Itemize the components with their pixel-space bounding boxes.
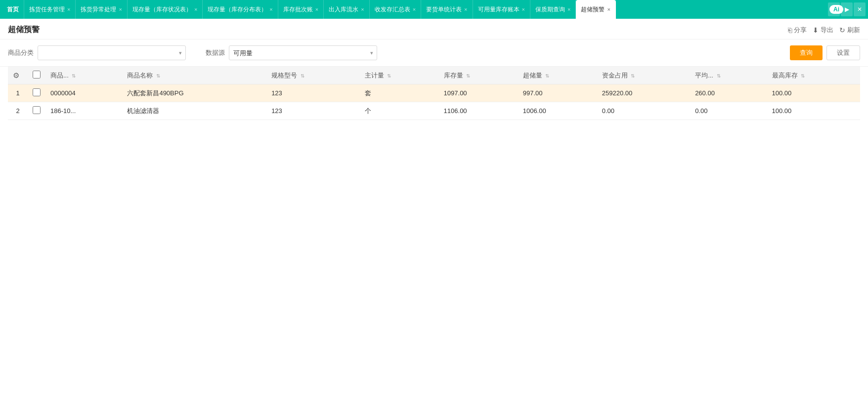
cell-capital-use: 0.00 <box>597 102 690 120</box>
tab-label: 现存量（库存状况表） <box>132 5 192 14</box>
cell-product-code: 0000004 <box>45 84 122 102</box>
ai-badge: Ai <box>829 5 843 14</box>
topbar-right: Ai <box>829 0 843 19</box>
nav-tab-collect-total[interactable]: 收发存汇总表 × <box>370 0 421 19</box>
tab-close-icon[interactable]: × <box>194 6 197 12</box>
refresh-button[interactable]: ↻ 刷新 <box>839 26 860 35</box>
row-checkbox-cell <box>28 84 45 102</box>
category-filter-label: 商品分类 <box>8 48 34 57</box>
cell-product-name: 机油滤清器 <box>122 102 266 120</box>
table-row: 2 186-10... 机油滤清器 123 个 1106.00 1006.00 … <box>8 102 860 120</box>
tab-label: 出入库流水 <box>329 5 358 14</box>
tab-close-icon[interactable]: × <box>413 6 416 12</box>
tab-close-icon[interactable]: × <box>607 6 610 12</box>
header-actions: ⎗ 分享 ⬇ 导出 ↻ 刷新 <box>788 26 860 35</box>
tab-label: 拣货任务管理 <box>29 5 65 14</box>
sort-icon: ⇅ <box>301 73 304 79</box>
tab-close-icon[interactable]: × <box>315 6 318 12</box>
tab-close-icon[interactable]: × <box>361 6 364 12</box>
share-label: 分享 <box>794 26 807 35</box>
filter-actions: 查询 设置 <box>790 45 860 60</box>
page-title: 超储预警 <box>8 25 40 35</box>
col-header-label: 商品名称 <box>127 72 153 79</box>
table-row: 1 0000004 六配套新昌490BPG 123 套 1097.00 997.… <box>8 84 860 102</box>
page-header: 超储预警 ⎗ 分享 ⬇ 导出 ↻ 刷新 <box>0 19 868 40</box>
sort-icon: ⇅ <box>466 73 470 79</box>
nav-tab-inventory-dist[interactable]: 现存量（库存分布表） × <box>203 0 278 19</box>
row-checkbox-cell <box>28 102 45 120</box>
sort-icon: ⇅ <box>801 73 805 79</box>
cell-overstock: 1006.00 <box>518 102 597 120</box>
cell-overstock: 997.00 <box>518 84 597 102</box>
query-button[interactable]: 查询 <box>790 45 823 60</box>
col-header-label: 主计量 <box>365 72 384 79</box>
cell-spec: 123 <box>266 84 359 102</box>
sort-icon: ⇅ <box>717 73 721 79</box>
col-unit[interactable]: 主计量 ⇅ <box>360 67 439 84</box>
col-avg[interactable]: 平均... ⇅ <box>690 67 767 84</box>
col-spec[interactable]: 规格型号 ⇅ <box>266 67 359 84</box>
tab-label: 现存量（库存分布表） <box>208 5 267 14</box>
share-button[interactable]: ⎗ 分享 <box>788 26 807 35</box>
select-all-checkbox[interactable] <box>33 71 41 79</box>
nav-tab-overstock-warning[interactable]: 超储预警 × <box>576 0 615 19</box>
nav-tab-task-mgmt[interactable]: 拣货任务管理 × <box>24 0 76 19</box>
row-checkbox[interactable] <box>33 88 41 96</box>
col-header-label: 平均... <box>695 72 713 79</box>
nav-tab-order-stats[interactable]: 要货单统计表 × <box>421 0 473 19</box>
datasource-select-wrapper: 可用量 ▾ <box>229 45 377 60</box>
home-label: 首页 <box>7 5 19 14</box>
nav-tab-abnormal[interactable]: 拣货异常处理 × <box>76 0 127 19</box>
filter-area: 商品分类 ▾ 数据源 可用量 ▾ 查询 设置 <box>0 40 868 67</box>
cell-max-stock: 100.00 <box>767 102 860 120</box>
export-button[interactable]: ⬇ 导出 <box>813 26 833 35</box>
cell-product-code: 186-10... <box>45 102 122 120</box>
category-select[interactable] <box>38 45 186 60</box>
col-gear[interactable]: ⚙ <box>8 67 28 84</box>
tab-close-icon[interactable]: × <box>67 6 70 12</box>
col-select-all[interactable] <box>28 67 45 84</box>
export-label: 导出 <box>821 26 833 35</box>
datasource-filter-label: 数据源 <box>206 48 225 57</box>
cell-max-stock: 100.00 <box>767 84 860 102</box>
nav-tab-inventory-batch[interactable]: 库存批次账 × <box>278 0 324 19</box>
nav-tab-inout-flow[interactable]: 出入库流水 × <box>324 0 369 19</box>
table-container: ⚙ 商品... ⇅ 商品名称 ⇅ 规格型号 ⇅ <box>0 67 868 120</box>
gear-icon[interactable]: ⚙ <box>13 71 19 79</box>
tab-label: 收发存汇总表 <box>375 5 410 14</box>
col-header-label: 超储量 <box>523 72 542 79</box>
table-body: 1 0000004 六配套新昌490BPG 123 套 1097.00 997.… <box>8 84 860 120</box>
nav-close-all-button[interactable]: ✕ <box>854 2 866 16</box>
data-table: ⚙ 商品... ⇅ 商品名称 ⇅ 规格型号 ⇅ <box>8 67 860 120</box>
col-overstock[interactable]: 超储量 ⇅ <box>518 67 597 84</box>
tab-close-icon[interactable]: × <box>464 6 467 12</box>
tab-close-icon[interactable]: × <box>522 6 525 12</box>
tab-close-icon[interactable]: × <box>567 6 570 12</box>
datasource-filter-group: 数据源 可用量 ▾ <box>206 45 377 60</box>
col-product-name[interactable]: 商品名称 ⇅ <box>122 67 266 84</box>
cell-product-name: 六配套新昌490BPG <box>122 84 266 102</box>
table-header-row: ⚙ 商品... ⇅ 商品名称 ⇅ 规格型号 ⇅ <box>8 67 860 84</box>
col-product-code[interactable]: 商品... ⇅ <box>45 67 122 84</box>
col-stock[interactable]: 库存量 ⇅ <box>439 67 518 84</box>
settings-button[interactable]: 设置 <box>826 45 860 60</box>
nav-tab-available-account[interactable]: 可用量库存账本 × <box>473 0 530 19</box>
refresh-icon: ↻ <box>839 26 845 34</box>
cell-stock: 1106.00 <box>439 102 518 120</box>
sort-icon: ⇅ <box>72 73 76 79</box>
tab-close-icon[interactable]: × <box>119 6 122 12</box>
sort-icon: ⇅ <box>156 73 160 79</box>
datasource-select[interactable]: 可用量 <box>229 45 377 60</box>
row-index: 1 <box>8 84 28 102</box>
nav-tab-inventory-status[interactable]: 现存量（库存状况表） × <box>128 0 203 19</box>
share-icon: ⎗ <box>788 26 792 34</box>
col-max-stock[interactable]: 最高库存 ⇅ <box>767 67 860 84</box>
col-header-label: 资金占用 <box>602 72 628 79</box>
col-capital-use[interactable]: 资金占用 ⇅ <box>597 67 690 84</box>
row-checkbox[interactable] <box>33 106 41 114</box>
tab-close-icon[interactable]: × <box>269 6 272 12</box>
nav-tab-quality-check[interactable]: 保质期查询 × <box>530 0 576 19</box>
cell-unit: 个 <box>360 102 439 120</box>
tab-label: 可用量库存账本 <box>478 5 520 14</box>
nav-tab-home[interactable]: 首页 <box>2 0 24 19</box>
